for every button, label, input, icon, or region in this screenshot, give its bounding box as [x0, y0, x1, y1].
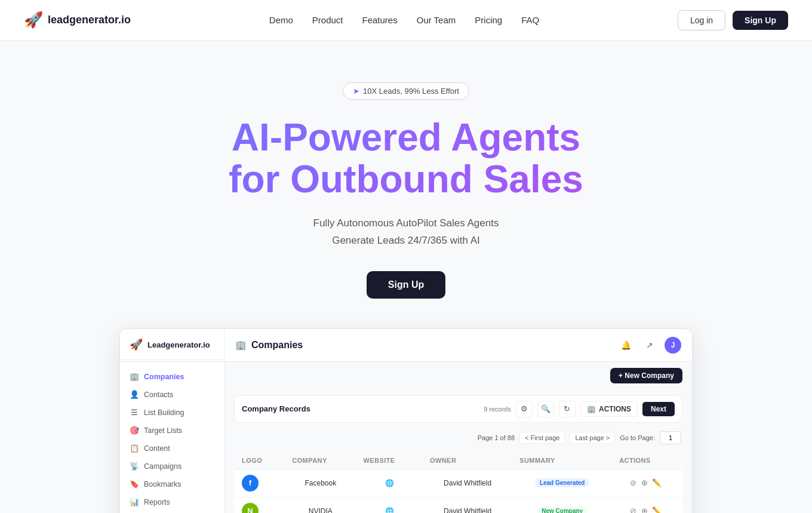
target-lists-icon: 🎯	[130, 426, 139, 435]
table-title: Company Records	[242, 404, 310, 413]
page-info: Page 1 of 88	[478, 434, 515, 441]
action-icon-2[interactable]: ⊕	[641, 506, 648, 513]
sidebar-item-bookmarks[interactable]: 🔖 Bookmarks	[120, 475, 224, 493]
search-table-button[interactable]: 🔍	[537, 401, 554, 417]
table-row: N NVIDIA 🌐 David Whitfield New Company ⊘…	[235, 497, 682, 513]
app-brand-icon: 🚀	[130, 338, 143, 351]
sidebar-item-autopilot[interactable]: ⚙️ Autopilot	[120, 511, 224, 513]
company-name-facebook: Facebook	[285, 469, 356, 497]
actions-icon: 🏢	[587, 405, 596, 413]
col-website: WEBSITE	[356, 451, 423, 469]
col-company: COMPANY	[285, 451, 356, 469]
action-icon-3[interactable]: ✏️	[652, 506, 662, 513]
table-toolbar: Company Records 9 records ⚙ 🔍 ↻ 🏢 ACTION…	[234, 395, 682, 423]
actions-nvidia: ⊘ ⊕ ✏️	[612, 497, 682, 513]
nav-links: Demo Product Features Our Team Pricing F…	[269, 15, 539, 26]
summary-badge-nvidia: New Company	[537, 506, 588, 513]
action-icon-2[interactable]: ⊕	[641, 478, 648, 487]
col-actions: ACTIONS	[612, 451, 682, 469]
companies-icon: 🏢	[235, 340, 247, 351]
sidebar-item-companies[interactable]: 🏢 Companies	[120, 368, 224, 386]
actions-facebook: ⊘ ⊕ ✏️	[612, 469, 682, 497]
sidebar-nav: 🏢 Companies 👤 Contacts ☰ List Building 🎯…	[120, 362, 224, 513]
table-row: f Facebook 🌐 David Whitfield Lead Genera…	[235, 469, 682, 497]
sidebar-item-target-lists[interactable]: 🎯 Target Lists	[120, 422, 224, 440]
nav-link-pricing[interactable]: Pricing	[475, 15, 502, 25]
nav-link-features[interactable]: Features	[362, 15, 398, 25]
sidebar-item-content-label: Content	[144, 444, 170, 453]
app-brand-text: Leadgenerator.io	[147, 340, 210, 349]
sidebar-item-list-building[interactable]: ☰ List Building	[120, 404, 224, 422]
nav-link-product[interactable]: Product	[312, 15, 343, 25]
last-page-button[interactable]: Last page >	[570, 432, 615, 444]
badge-arrow-icon: ➤	[353, 87, 359, 96]
go-to-label: Go to Page:	[620, 434, 655, 441]
next-button[interactable]: Next	[642, 402, 675, 416]
pagination: Page 1 of 88 < First page Last page > Go…	[234, 428, 682, 448]
sidebar-item-companies-label: Companies	[144, 373, 184, 381]
main-header-icons: 🔔 ↗ J	[617, 336, 681, 354]
col-logo: LOGO	[235, 451, 285, 469]
records-count: 9 records	[484, 406, 511, 413]
website-icon-facebook[interactable]: 🌐	[385, 479, 394, 487]
refresh-button[interactable]: ↻	[559, 401, 576, 417]
avatar: J	[665, 337, 681, 354]
sidebar-item-contacts[interactable]: 👤 Contacts	[120, 386, 224, 404]
sidebar-item-content[interactable]: 📋 Content	[120, 440, 224, 457]
summary-badge-facebook: Lead Generated	[535, 478, 590, 487]
owner-facebook: David Whitfield	[423, 469, 512, 497]
hero-section: ➤ 10X Leads, 99% Less Effort AI-Powered …	[0, 41, 812, 513]
col-summary: SUMMARY	[512, 451, 612, 469]
new-company-button[interactable]: + New Company	[610, 368, 682, 383]
signup-hero-button[interactable]: Sign Up	[367, 271, 445, 299]
navbar: 🚀 leadgenerator.io Demo Product Features…	[0, 0, 812, 41]
logo-text: leadgenerator.io	[48, 14, 131, 26]
table-toolbar-right: 9 records ⚙ 🔍 ↻ 🏢 ACTIONS Next	[484, 401, 675, 417]
export-button[interactable]: ↗	[641, 336, 659, 354]
signup-nav-button[interactable]: Sign Up	[733, 11, 788, 30]
sidebar-item-reports[interactable]: 📊 Reports	[120, 493, 224, 511]
page-input[interactable]	[660, 431, 681, 444]
sidebar-item-reports-label: Reports	[144, 498, 170, 506]
hero-subtitle: Fully Autonomous AutoPilot Sales Agents …	[313, 215, 499, 250]
table-header-row: LOGO COMPANY WEBSITE OWNER SUMMARY ACTIO…	[235, 451, 682, 469]
contacts-icon: 👤	[130, 390, 139, 400]
content-area: Company Records 9 records ⚙ 🔍 ↻ 🏢 ACTION…	[224, 387, 692, 513]
reports-icon: 📊	[130, 497, 139, 507]
main-header-left: 🏢 Companies	[235, 340, 303, 351]
list-building-icon: ☰	[130, 408, 139, 417]
app-mockup: 🚀 Leadgenerator.io 🏢 Companies 🔔 ↗ J	[119, 328, 693, 513]
actions-label: ACTIONS	[599, 405, 631, 413]
sidebar: 🏢 Companies 👤 Contacts ☰ List Building 🎯…	[120, 362, 224, 513]
sidebar-item-list-building-label: List Building	[144, 408, 184, 417]
first-page-button[interactable]: < First page	[519, 432, 565, 444]
main-content: + New Company Company Records 9 records …	[224, 362, 692, 513]
col-owner: OWNER	[423, 451, 512, 469]
action-icon-1[interactable]: ⊘	[630, 478, 636, 487]
action-icon-1[interactable]: ⊘	[630, 506, 636, 513]
nav-link-demo[interactable]: Demo	[269, 15, 293, 25]
logo-icon: 🚀	[24, 11, 43, 29]
bookmarks-icon: 🔖	[130, 480, 139, 489]
login-button[interactable]: Log in	[678, 10, 725, 30]
actions-button[interactable]: 🏢 ACTIONS	[580, 401, 638, 417]
nav-actions: Log in Sign Up	[678, 10, 788, 30]
main-header-title: Companies	[251, 340, 303, 351]
company-logo-nvidia: N	[242, 503, 259, 513]
hero-badge-text: 10X Leads, 99% Less Effort	[363, 87, 459, 96]
nav-logo[interactable]: 🚀 leadgenerator.io	[24, 11, 131, 29]
nav-link-faq[interactable]: FAQ	[521, 15, 539, 25]
settings-table-button[interactable]: ⚙	[516, 401, 533, 417]
action-icon-3[interactable]: ✏️	[652, 478, 662, 487]
sidebar-item-campaigns[interactable]: 📡 Campaigns	[120, 457, 224, 475]
hero-title: AI-Powered Agents for Outbound Sales	[229, 116, 583, 201]
campaigns-icon: 📡	[130, 462, 139, 471]
companies-nav-icon: 🏢	[130, 372, 139, 382]
website-icon-nvidia[interactable]: 🌐	[385, 507, 394, 513]
notification-bell-button[interactable]: 🔔	[617, 336, 635, 354]
data-table: LOGO COMPANY WEBSITE OWNER SUMMARY ACTIO…	[234, 451, 682, 513]
nav-link-ourteam[interactable]: Our Team	[417, 15, 456, 25]
app-body: 🏢 Companies 👤 Contacts ☰ List Building 🎯…	[120, 362, 692, 513]
owner-nvidia: David Whitfield	[423, 497, 512, 513]
company-logo-facebook: f	[242, 475, 259, 492]
